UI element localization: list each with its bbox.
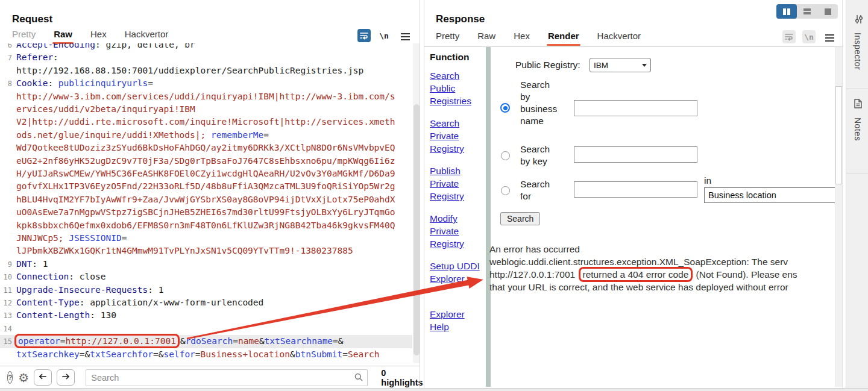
line-number: 14 — [0, 323, 12, 336]
request-line-9: 9DNT: 1 — [0, 258, 412, 271]
newline-glyph-icon[interactable]: \n — [802, 30, 816, 43]
help-icon[interactable]: ? — [7, 371, 13, 384]
request-line-15: 15operator=http://127.0.0.1:7001&rdoSear… — [0, 335, 412, 348]
request-line: JNNJWCp5; JSESSIONID= — [0, 232, 412, 245]
error-line: weblogic.uddi.client.structures.exceptio… — [489, 255, 835, 268]
chevron-down-icon — [642, 64, 647, 67]
tab-response-hackvertor[interactable]: Hackvertor — [597, 31, 641, 46]
business-name-input[interactable] — [574, 100, 697, 116]
function-heading: Function — [430, 52, 485, 63]
request-scrollbar-thumb[interactable] — [414, 104, 420, 355]
request-line-11: 11Upgrade-Insecure-Requests: 1 — [0, 284, 412, 296]
search-icon — [354, 372, 363, 384]
response-render-view: Function Search Public RegistriesSearch … — [424, 46, 842, 387]
settings-gear-icon[interactable]: ⚙ — [18, 371, 29, 385]
line-number: 11 — [0, 284, 12, 297]
tab-notes[interactable]: Notes — [846, 98, 868, 141]
error-line: An error has occurred — [489, 243, 835, 255]
response-panel-border — [842, 0, 843, 389]
response-tabs: PrettyRawHexRenderHackvertor — [436, 31, 641, 46]
sidebar-divider — [486, 47, 491, 387]
error-line: http://127.0.0.1:7001 returned a 404 err… — [489, 268, 835, 281]
link-setup-uddi-explorer[interactable]: Setup UDDI Explorer — [430, 260, 483, 285]
arrow-left-icon[interactable] — [34, 369, 52, 386]
tab-response-hex[interactable]: Hex — [514, 31, 530, 46]
search-for-input[interactable] — [574, 181, 697, 198]
search-input[interactable] — [86, 369, 368, 386]
request-line: lJPbmkXBZWKx1GQKr1tN4GMmwM91TvPLYnJxSN1v… — [0, 245, 412, 257]
annotation-box-request: operator=http://127.0.0.1:7001 — [16, 336, 178, 346]
public-registry-label: Public Registry: — [515, 59, 580, 71]
word-wrap-icon[interactable] — [357, 29, 371, 42]
newline-glyph-icon[interactable]: \n — [377, 29, 391, 42]
request-line: H/yUIJaRswCMEw/YWH5C36FeASHK8FOEl0CZyi1w… — [0, 167, 412, 180]
request-line-10: 10Connection: close — [0, 271, 412, 283]
line-number: 10 — [0, 271, 12, 284]
line-number: 15 — [0, 336, 12, 348]
panel-divider[interactable] — [420, 0, 420, 389]
tab-response-pretty[interactable]: Pretty — [436, 31, 459, 46]
public-registry-select[interactable]: IBM — [590, 58, 651, 72]
arrow-right-icon[interactable] — [57, 369, 75, 386]
request-line: ervices/uddi/v2beta/inquiryapi!IBM — [0, 103, 412, 116]
line-number: 12 — [0, 297, 12, 310]
request-line-12: 12Content-Type: application/x-www-form-u… — [0, 296, 412, 309]
error-line: that your URL is correct, and the web se… — [489, 281, 835, 293]
line-number: 7 — [0, 52, 12, 64]
request-editor[interactable]: 6Accept-Encoding: gzip, deflate, br7Refe… — [0, 43, 412, 363]
search-for-label: Search for — [520, 178, 561, 202]
columns-layout-icon[interactable] — [776, 4, 797, 19]
layout-switcher — [776, 4, 838, 19]
menu-icon[interactable] — [398, 30, 412, 43]
link-explorer-help[interactable]: Explorer Help — [430, 308, 483, 333]
single-layout-icon[interactable] — [817, 4, 838, 19]
tab-response-render[interactable]: Render — [548, 31, 579, 46]
line-number: 8 — [0, 78, 12, 90]
uddi-search-button[interactable]: Search — [500, 212, 540, 225]
request-line: Wd7Qotkee8tUDoziz3zSYud6BkDsHoFAhDGQ/ay2… — [0, 142, 412, 154]
search-by-key-label: Search by key — [520, 143, 561, 167]
business-location-select[interactable]: Business location — [704, 187, 842, 203]
request-line: gofvfXLHx1TP3V6EyzO5Fnd/22H33oRLf5D/48b8… — [0, 180, 412, 193]
request-line-8: 8Cookie: publicinquiryurls= — [0, 77, 412, 90]
request-line: hBLU4HvqIM2YF7bIyAwWfr9+Zaa/JvwWjGYSbrXS… — [0, 193, 412, 206]
notes-document-icon — [852, 98, 863, 111]
render-scrollbar[interactable] — [835, 47, 842, 387]
request-tabs: PrettyRawHexHackvertor — [12, 29, 168, 44]
burp-repeater-view: Request PrettyRawHexHackvertor \n 6Accep… — [0, 0, 868, 391]
line-number: 6 — [0, 43, 12, 52]
editor-search-bar: ? ⚙ 0 highlights — [0, 366, 420, 389]
line-number: 13 — [0, 310, 12, 322]
word-wrap-icon[interactable] — [782, 30, 796, 43]
link-search-public-registries[interactable]: Search Public Registries — [430, 69, 483, 107]
request-line: uO0AsEwe7a7nMgpwVStpz7igSBCjnJHeB5ZHEI6s… — [0, 206, 412, 219]
rows-layout-icon[interactable] — [797, 4, 817, 19]
tab-request-hex[interactable]: Hex — [90, 29, 107, 44]
tab-request-pretty[interactable]: Pretty — [12, 29, 36, 44]
response-panel-title: Response — [436, 13, 485, 25]
request-line-7: 7Referer: — [0, 51, 412, 64]
request-line: ods.net/glue/inquire/uddi!XMethods|; rem… — [0, 129, 412, 142]
request-line: kpk8sbbxch6Qefmx0xdob6/EFM8S0rn3mF48T0n6… — [0, 219, 412, 232]
tab-response-raw[interactable]: Raw — [477, 31, 495, 46]
request-line: V2|http://uddi.rte.microsoft.com/inquire… — [0, 116, 412, 128]
radio-search-for[interactable] — [501, 186, 510, 195]
request-line-14: 14 — [0, 322, 412, 335]
right-sidebar: Inspector Notes — [846, 0, 868, 389]
link-publish-private-registry[interactable]: Publish Private Registry — [430, 164, 483, 202]
request-panel-title: Request — [12, 13, 52, 25]
link-modify-private-registry[interactable]: Modify Private Registry — [430, 212, 483, 250]
radio-search-by-key[interactable] — [501, 151, 510, 160]
tab-inspector[interactable]: Inspector — [846, 12, 868, 70]
tab-request-raw[interactable]: Raw — [54, 29, 72, 44]
render-scrollbar-thumb[interactable] — [835, 86, 842, 184]
menu-icon[interactable] — [823, 31, 836, 45]
tab-request-hackvertor[interactable]: Hackvertor — [125, 29, 169, 44]
request-line: eUG2+2nf86yHK52ugDzC9v7T0jF3a/SDg0rTpBsa… — [0, 155, 412, 167]
search-by-business-name-label: Search by business name — [520, 79, 561, 127]
radio-search-by-business-name[interactable] — [500, 103, 510, 113]
request-line: http://192.168.88.150:7001/uddiexplorer/… — [0, 64, 412, 77]
request-line: txtSearchkey=&txtSearchfor=&selfor=Busin… — [0, 348, 412, 361]
search-key-input[interactable] — [574, 146, 697, 163]
link-search-private-registry[interactable]: Search Private Registry — [430, 117, 483, 155]
